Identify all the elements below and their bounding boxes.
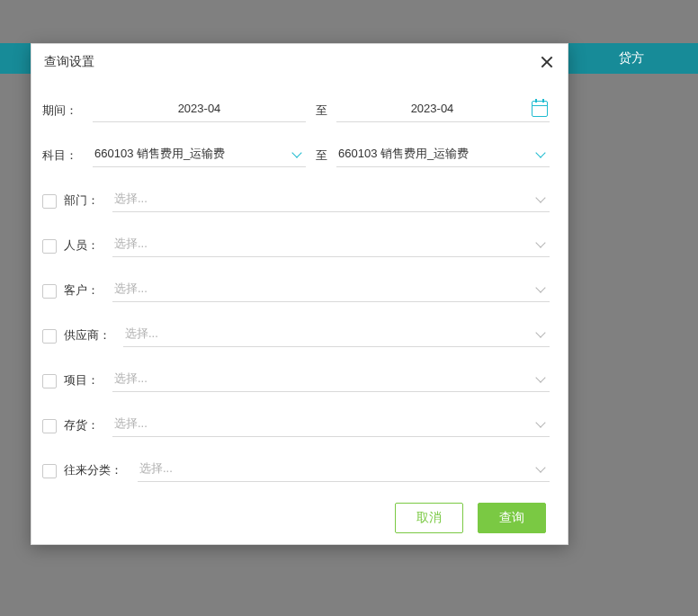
query-settings-modal: 查询设置 期间： 2023-04 至 2023-04 科目： 660103 销售… xyxy=(31,43,568,545)
chevron-down-icon xyxy=(535,237,548,250)
modal-header: 查询设置 xyxy=(31,44,568,79)
filter-row-supplier: 供应商： 选择... xyxy=(42,309,550,353)
modal-body: 期间： 2023-04 至 2023-04 科目： 660103 销售费用_运输… xyxy=(31,79,568,492)
chevron-down-icon xyxy=(535,192,548,205)
submit-button[interactable]: 查询 xyxy=(478,503,546,533)
submit-button-label: 查询 xyxy=(499,510,524,526)
filter-label: 部门： xyxy=(64,192,100,212)
cancel-button[interactable]: 取消 xyxy=(395,503,463,533)
filter-row-person: 人员： 选择... xyxy=(42,219,550,263)
person-select[interactable]: 选择... xyxy=(112,230,550,257)
account-to-value: 660103 销售费用_运输费 xyxy=(338,146,535,162)
inventory-select[interactable]: 选择... xyxy=(112,410,550,437)
period-label: 期间： xyxy=(42,103,93,122)
filter-row-department: 部门： 选择... xyxy=(42,174,550,218)
customer-select[interactable]: 选择... xyxy=(112,275,550,302)
chevron-down-icon xyxy=(535,417,548,430)
filter-label: 供应商： xyxy=(64,327,111,347)
filter-label: 往来分类： xyxy=(64,462,125,482)
calendar-icon[interactable] xyxy=(532,101,548,117)
period-to-value: 2023-04 xyxy=(338,102,526,115)
cancel-button-label: 取消 xyxy=(416,510,442,526)
account-label: 科目： xyxy=(42,147,93,167)
supplier-select[interactable]: 选择... xyxy=(123,320,550,347)
filter-row-customer: 客户： 选择... xyxy=(42,264,550,308)
account-separator: 至 xyxy=(306,147,336,167)
filter-label: 人员： xyxy=(64,237,100,257)
filter-label: 客户： xyxy=(64,282,100,302)
placeholder-text: 选择... xyxy=(139,460,535,477)
period-from-input[interactable]: 2023-04 xyxy=(93,95,306,122)
modal-footer: 取消 查询 xyxy=(31,492,568,544)
account-from-select[interactable]: 660103 销售费用_运输费 xyxy=(93,140,306,167)
placeholder-text: 选择... xyxy=(114,415,535,432)
placeholder-text: 选择... xyxy=(125,326,535,342)
chevron-down-icon xyxy=(291,147,304,160)
placeholder-text: 选择... xyxy=(114,281,535,297)
checkbox-supplier[interactable] xyxy=(42,329,57,344)
account-from-value: 660103 销售费用_运输费 xyxy=(94,146,291,162)
chevron-down-icon xyxy=(535,372,548,385)
filter-row-project: 项目： 选择... xyxy=(42,354,550,397)
checkbox-person[interactable] xyxy=(42,239,57,254)
credit-label: 贷方 xyxy=(619,50,644,67)
checkbox-contact-category[interactable] xyxy=(42,464,57,478)
period-row: 期间： 2023-04 至 2023-04 xyxy=(42,85,550,128)
period-to-input[interactable]: 2023-04 xyxy=(336,95,550,122)
filter-row-inventory: 存货： 选择... xyxy=(42,399,550,442)
chevron-down-icon xyxy=(535,327,548,340)
period-from-value: 2023-04 xyxy=(94,102,304,115)
placeholder-text: 选择... xyxy=(114,191,535,207)
filter-row-contact-category: 往来分类： 选择... xyxy=(42,444,550,487)
modal-title: 查询设置 xyxy=(44,54,94,70)
checkbox-inventory[interactable] xyxy=(42,419,57,433)
chevron-down-icon xyxy=(535,282,548,295)
placeholder-text: 选择... xyxy=(114,370,535,387)
account-to-select[interactable]: 660103 销售费用_运输费 xyxy=(336,140,550,167)
filter-label: 存货： xyxy=(64,417,100,437)
close-icon[interactable] xyxy=(539,54,555,70)
project-select[interactable]: 选择... xyxy=(112,365,550,392)
contact-category-select[interactable]: 选择... xyxy=(138,455,550,482)
account-row: 科目： 660103 销售费用_运输费 至 660103 销售费用_运输费 xyxy=(42,129,550,173)
chevron-down-icon xyxy=(535,147,548,160)
department-select[interactable]: 选择... xyxy=(112,185,550,212)
filter-label: 项目： xyxy=(64,372,100,392)
chevron-down-icon xyxy=(535,462,548,475)
checkbox-project[interactable] xyxy=(42,374,57,388)
checkbox-department[interactable] xyxy=(42,194,57,209)
checkbox-customer[interactable] xyxy=(42,284,57,299)
placeholder-text: 选择... xyxy=(114,236,535,252)
period-separator: 至 xyxy=(306,103,336,122)
